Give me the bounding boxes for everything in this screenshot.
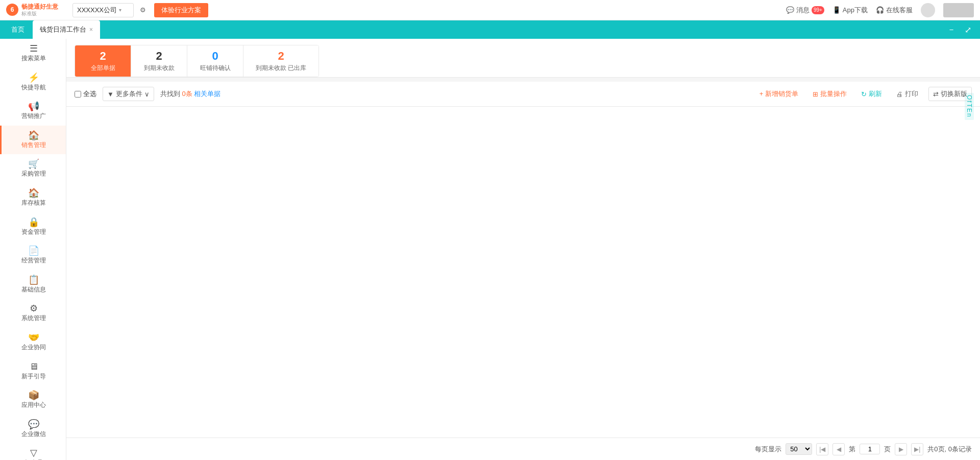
sidebar-label-marketing: 营销推广	[21, 112, 46, 120]
sidebar-item-marketing[interactable]: 📢 营销推广	[0, 96, 66, 126]
pagination-bar: 每页显示 50 100 200 |◀ ◀ 第 页 ▶ ▶| 共0页, 0条记录	[66, 438, 980, 460]
per-page-label: 每页显示	[755, 445, 781, 454]
online-service-action[interactable]: 🎧 在线客服	[876, 6, 913, 15]
user-avatar[interactable]	[921, 3, 935, 17]
header-right: 💬 消息 99+ 📱 App下载 🎧 在线客服	[786, 3, 974, 17]
sidebar-item-search[interactable]: ☰ 搜索菜单	[0, 39, 66, 68]
select-all-checkbox[interactable]: 全选	[75, 89, 96, 99]
content-area: 2 全部单据 2 到期未收款 0 旺铺待确认 2 到期未收款 已出库	[66, 39, 980, 460]
nav-tab-home[interactable]: 首页	[4, 20, 32, 39]
add-sale-btn[interactable]: + 新增销货单	[755, 87, 802, 101]
sidebar-item-inventory[interactable]: 🏠 库存核算	[0, 183, 66, 212]
last-page-btn[interactable]: ▶|	[911, 443, 923, 455]
sidebar-item-app-center[interactable]: 📦 应用中心	[0, 385, 66, 415]
next-page-btn[interactable]: ▶	[895, 443, 907, 455]
message-icon: 💬	[786, 6, 794, 14]
batch-label: 批量操作	[820, 89, 847, 99]
tab-close-icon[interactable]: ×	[89, 26, 93, 33]
sidebar-item-sales[interactable]: 🏠 销售管理	[0, 126, 66, 155]
app-download-icon: 📱	[832, 6, 841, 14]
sidebar-label-guide: 新手引导	[21, 373, 46, 381]
batch-btn[interactable]: ⊞ 批量操作	[808, 87, 851, 101]
sidebar-item-finance[interactable]: 🔒 资金管理	[0, 212, 66, 241]
app-download-action[interactable]: 📱 App下载	[832, 6, 868, 15]
company-selector[interactable]: XXXXXX公司 ▾	[72, 3, 134, 17]
stat-tab-pending[interactable]: 0 旺铺待确认	[187, 45, 243, 77]
stat-label-pending: 旺铺待确认	[200, 64, 231, 72]
tab-maximize-btn[interactable]: ⤢	[962, 23, 974, 36]
select-all-input[interactable]	[75, 91, 81, 98]
message-badge: 99+	[812, 6, 824, 14]
guide-icon: 🖥	[29, 362, 38, 371]
print-label: 打印	[905, 89, 918, 99]
cooperation-icon: 🤝	[28, 333, 39, 342]
logo-area: 6 畅捷通好生意 标准版	[6, 3, 72, 16]
print-btn[interactable]: 🖨 打印	[892, 87, 922, 101]
sidebar-label-purchase: 采购管理	[21, 170, 46, 178]
logo-sub-text: 标准版	[21, 11, 58, 17]
system-icon: ⚙	[30, 304, 38, 313]
sidebar-item-cooperation[interactable]: 🤝 企业协同	[0, 328, 66, 357]
sidebar-label-operations: 经营管理	[21, 257, 46, 265]
sidebar-item-quick-nav[interactable]: ⚡ 快捷导航	[0, 68, 66, 97]
stat-number-overdue: 2	[156, 50, 162, 63]
filter-btn[interactable]: ▼ 更多条件 ∨	[103, 87, 154, 101]
toolbar: 全选 ▼ 更多条件 ∨ 共找到 0条 相关单据 + 新增销货单 ⊞ 批量操作 ↻	[66, 82, 980, 107]
stat-label-overdue: 到期未收款	[144, 64, 175, 72]
sidebar-label-app-center: 应用中心	[21, 401, 46, 409]
stat-number-all: 2	[100, 50, 106, 63]
per-page-select[interactable]: 50 100 200	[786, 443, 812, 455]
refresh-icon: ↻	[861, 90, 867, 98]
inventory-icon: 🏠	[28, 188, 39, 198]
home-tab-label: 首页	[11, 25, 24, 34]
stats-tabs-inner: 2 全部单据 2 到期未收款 0 旺铺待确认 2 到期未收款 已出库	[75, 45, 319, 77]
member-icon: ▽	[30, 448, 37, 457]
purchase-icon: 🛒	[28, 159, 39, 168]
stat-tab-overdue[interactable]: 2 到期未收款	[131, 45, 187, 77]
sidebar-item-guide[interactable]: 🖥 新手引导	[0, 357, 66, 386]
basic-info-icon: 📋	[28, 275, 39, 284]
message-action[interactable]: 💬 消息 99+	[786, 6, 824, 15]
stat-tab-unshipped[interactable]: 2 到期未收款 已出库	[243, 45, 318, 77]
select-all-label: 全选	[83, 89, 96, 99]
logo-icon: 6	[6, 4, 18, 16]
finance-icon: 🔒	[28, 217, 39, 227]
stat-tab-all[interactable]: 2 全部单据	[75, 45, 131, 77]
online-service-label: 在线客服	[886, 6, 913, 15]
app-download-label: App下载	[843, 6, 868, 15]
sidebar-item-system[interactable]: ⚙ 系统管理	[0, 299, 66, 328]
sidebar-item-purchase[interactable]: 🛒 采购管理	[0, 154, 66, 183]
sidebar-label-quick-nav: 快捷导航	[21, 84, 46, 92]
switch-icon: ⇄	[933, 90, 939, 98]
sidebar-item-operations[interactable]: 📄 经营管理	[0, 241, 66, 270]
often-mark: OfTEn	[965, 93, 974, 120]
print-icon: 🖨	[896, 90, 903, 98]
sidebar-item-wechat[interactable]: 💬 企业微信	[0, 415, 66, 444]
related-link[interactable]: 相关单据	[194, 90, 220, 98]
nav-tab-active[interactable]: 钱货日清工作台 ×	[33, 20, 100, 39]
found-count: 0条	[182, 90, 192, 98]
page-input[interactable]	[860, 444, 880, 454]
stats-tabs: 2 全部单据 2 到期未收款 0 旺铺待确认 2 到期未收款 已出库	[66, 39, 980, 78]
filter-chevron-icon: ∨	[144, 90, 150, 98]
trial-btn[interactable]: 体验行业方案	[154, 3, 208, 17]
chevron-down-icon: ▾	[119, 7, 121, 13]
stat-label-all: 全部单据	[91, 64, 115, 72]
sidebar: ☰ 搜索菜单 ⚡ 快捷导航 📢 营销推广 🏠 销售管理 🛒 采购管理 🏠 库存核…	[0, 39, 66, 460]
found-text: 共找到 0条 相关单据	[160, 89, 220, 99]
prev-page-btn[interactable]: ◀	[832, 443, 845, 455]
tab-minimize-btn[interactable]: －	[945, 23, 958, 36]
operations-icon: 📄	[28, 246, 39, 255]
filter-icon: ▼	[107, 90, 114, 98]
stat-number-pending: 0	[212, 50, 218, 63]
first-page-btn[interactable]: |◀	[816, 443, 828, 455]
sidebar-item-member[interactable]: ▽ 畅会员	[0, 443, 66, 460]
user-name-area[interactable]	[943, 3, 974, 17]
page-label-suffix: 页	[884, 445, 891, 454]
marketing-icon: 📢	[28, 102, 39, 111]
refresh-btn[interactable]: ↻ 刷新	[857, 87, 886, 101]
sidebar-item-basic-info[interactable]: 📋 基础信息	[0, 270, 66, 299]
sidebar-label-sales: 销售管理	[21, 141, 46, 150]
settings-icon-btn[interactable]: ⚙	[136, 3, 150, 17]
toolbar-right: + 新增销货单 ⊞ 批量操作 ↻ 刷新 🖨 打印 ⇄ 切换新版	[755, 87, 972, 101]
